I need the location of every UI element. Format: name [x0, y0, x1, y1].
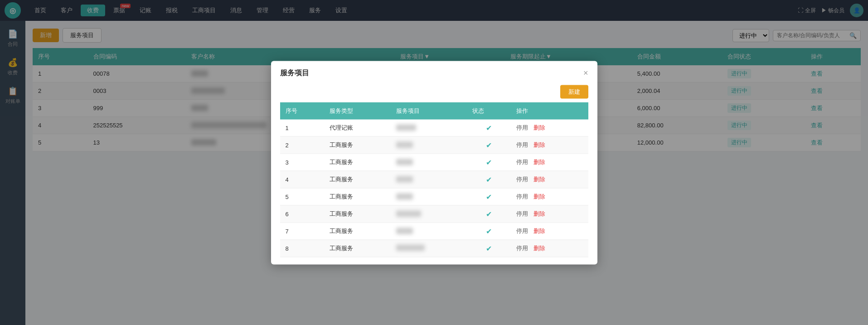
service-items-modal: 服务项目 × 新建 序号服务类型服务项目状态操作 1代理记账████1✔ 停用 …	[271, 61, 597, 264]
modal-item-blurred: ████	[396, 193, 413, 199]
modal-cell-type: 工商服务	[324, 188, 391, 205]
modal-table-row: 1代理记账████1✔ 停用 删除	[280, 119, 588, 136]
modal-cell-actions[interactable]: 停用 删除	[511, 154, 588, 171]
status-check-icon: ✔	[486, 244, 492, 252]
modal-cell-seq: 8	[280, 240, 324, 257]
stop-button[interactable]: 停用	[516, 228, 528, 234]
modal-col-序号: 序号	[280, 102, 324, 119]
modal-cell-seq: 7	[280, 223, 324, 240]
status-check-icon: ✔	[486, 193, 492, 200]
status-check-icon: ✔	[486, 124, 492, 131]
modal-cell-seq: 4	[280, 171, 324, 188]
modal-table-row: 7工商服务████✔ 停用 删除	[280, 223, 588, 240]
modal-cell-actions[interactable]: 停用 删除	[511, 119, 588, 136]
status-check-icon: ✔	[486, 227, 492, 235]
modal-col-状态: 状态	[467, 102, 511, 119]
modal-cell-status: ✔	[467, 223, 511, 240]
delete-button[interactable]: 删除	[533, 228, 545, 234]
modal-cell-status: ✔	[467, 188, 511, 205]
modal-cell-status: ✔	[467, 171, 511, 188]
modal-cell-seq: 5	[280, 188, 324, 205]
status-check-icon: ✔	[486, 175, 492, 183]
modal-col-服务项目: 服务项目	[391, 102, 467, 119]
modal-table-row: 2工商服务████✔ 停用 删除	[280, 136, 588, 154]
modal-col-服务类型: 服务类型	[324, 102, 391, 119]
modal-cell-item: ████注册	[391, 240, 467, 257]
delete-button[interactable]: 删除	[533, 159, 545, 165]
modal-cell-actions[interactable]: 停用 删除	[511, 205, 588, 223]
modal-close-button[interactable]: ×	[583, 68, 588, 78]
modal-cell-seq: 2	[280, 136, 324, 154]
modal-item-blurred: ████	[396, 141, 413, 148]
modal-cell-status: ✔	[467, 119, 511, 136]
stop-button[interactable]: 停用	[516, 193, 528, 200]
modal-cell-type: 工商服务	[324, 223, 391, 240]
modal-table-row: 3工商服务████✔ 停用 删除	[280, 154, 588, 171]
modal-cell-type: 工商服务	[324, 171, 391, 188]
modal-table-header: 序号服务类型服务项目状态操作	[280, 102, 588, 119]
modal-cell-actions[interactable]: 停用 删除	[511, 223, 588, 240]
stop-button[interactable]: 停用	[516, 176, 528, 183]
modal-cell-type: 工商服务	[324, 240, 391, 257]
modal-cell-item: ████	[391, 223, 467, 240]
modal-cell-seq: 1	[280, 119, 324, 136]
modal-item-blurred: ██████	[396, 210, 421, 217]
modal-cell-item: ██████	[391, 205, 467, 223]
modal-table-row: 8工商服务████注册✔ 停用 删除	[280, 240, 588, 257]
modal-cell-type: 工商服务	[324, 136, 391, 154]
modal-col-操作: 操作	[511, 102, 588, 119]
delete-button[interactable]: 删除	[533, 193, 545, 200]
modal-cell-item: ████1	[391, 119, 467, 136]
modal-header: 服务项目 ×	[271, 61, 597, 81]
modal-item-blurred: ████	[396, 176, 413, 182]
delete-button[interactable]: 删除	[533, 210, 545, 217]
modal-item-blurred: ████注册	[396, 245, 425, 251]
stop-button[interactable]: 停用	[516, 210, 528, 217]
service-items-table: 序号服务类型服务项目状态操作 1代理记账████1✔ 停用 删除 2工商服务██…	[280, 102, 588, 257]
modal-cell-actions[interactable]: 停用 删除	[511, 188, 588, 205]
modal-table-row: 4工商服务████✔ 停用 删除	[280, 171, 588, 188]
modal-cell-status: ✔	[467, 136, 511, 154]
modal-toolbar: 新建	[271, 81, 597, 102]
delete-button[interactable]: 删除	[533, 141, 545, 148]
modal-cell-item: ████	[391, 188, 467, 205]
modal-cell-type: 代理记账	[324, 119, 391, 136]
modal-table-body: 1代理记账████1✔ 停用 删除 2工商服务████✔ 停用 删除 3工商服务…	[280, 119, 588, 257]
modal-cell-item: ████	[391, 136, 467, 154]
modal-cell-status: ✔	[467, 154, 511, 171]
delete-button[interactable]: 删除	[533, 124, 545, 131]
stop-button[interactable]: 停用	[516, 159, 528, 165]
modal-cell-actions[interactable]: 停用 删除	[511, 171, 588, 188]
stop-button[interactable]: 停用	[516, 245, 528, 252]
modal-table-row: 6工商服务██████✔ 停用 删除	[280, 205, 588, 223]
stop-button[interactable]: 停用	[516, 141, 528, 148]
modal-cell-status: ✔	[467, 205, 511, 223]
modal-new-button[interactable]: 新建	[560, 85, 588, 98]
modal-cell-type: 工商服务	[324, 154, 391, 171]
modal-cell-seq: 3	[280, 154, 324, 171]
status-check-icon: ✔	[486, 141, 492, 149]
status-check-icon: ✔	[486, 158, 492, 166]
delete-button[interactable]: 删除	[533, 176, 545, 183]
modal-cell-item: ████	[391, 171, 467, 188]
modal-header-row: 序号服务类型服务项目状态操作	[280, 102, 588, 119]
modal-title: 服务项目	[280, 68, 309, 78]
modal-cell-status: ✔	[467, 240, 511, 257]
modal-cell-actions[interactable]: 停用 删除	[511, 136, 588, 154]
modal-item-blurred: ████	[396, 159, 413, 165]
modal-item-blurred: ████	[396, 228, 413, 234]
modal-body: 序号服务类型服务项目状态操作 1代理记账████1✔ 停用 删除 2工商服务██…	[271, 102, 597, 264]
modal-cell-actions[interactable]: 停用 删除	[511, 240, 588, 257]
modal-cell-type: 工商服务	[324, 205, 391, 223]
delete-button[interactable]: 删除	[533, 245, 545, 252]
modal-cell-item: ████	[391, 154, 467, 171]
modal-table-row: 5工商服务████✔ 停用 删除	[280, 188, 588, 205]
status-check-icon: ✔	[486, 210, 492, 218]
modal-cell-seq: 6	[280, 205, 324, 223]
stop-button[interactable]: 停用	[516, 124, 528, 131]
modal-item-blurred: ████1	[396, 124, 416, 131]
